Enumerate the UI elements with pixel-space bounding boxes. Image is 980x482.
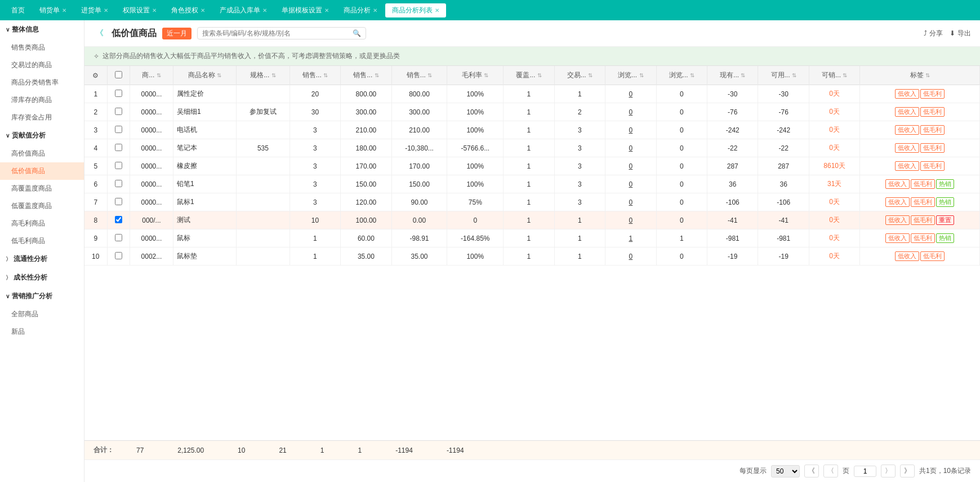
row-checkbox[interactable] [115, 252, 122, 259]
sidebar-item-high-coverage[interactable]: 高覆盖度商品 [0, 180, 84, 197]
cell-browse1[interactable]: 0 [605, 211, 656, 229]
search-icon[interactable]: 🔍 [353, 29, 361, 37]
time-filter-btn[interactable]: 近一月 [162, 28, 191, 39]
col-gross-margin[interactable]: 毛利率 ⇅ [447, 66, 504, 85]
col-sale-qty[interactable]: 销售... ⇅ [289, 66, 340, 85]
cell-checkbox[interactable] [107, 157, 130, 175]
sidebar-item-slow-inventory[interactable]: 滞库存的商品 [0, 91, 84, 109]
cell-checkbox[interactable] [107, 211, 130, 229]
cell-browse1[interactable]: 0 [605, 193, 656, 211]
cell-browse1[interactable]: 0 [605, 247, 656, 266]
cell-coverage: 1 [504, 247, 554, 266]
close-icon[interactable]: ✕ [152, 7, 157, 14]
nav-permission[interactable]: 权限设置 ✕ [116, 3, 163, 17]
col-trade[interactable]: 交易... ⇅ [554, 66, 605, 85]
sidebar-item-low-value[interactable]: 低价值商品 [0, 162, 84, 180]
sidebar-item-low-margin[interactable]: 低毛利商品 [0, 232, 84, 250]
close-icon[interactable]: ✕ [104, 7, 108, 14]
search-input[interactable] [202, 29, 349, 37]
cell-browse1[interactable]: 0 [605, 139, 656, 157]
col-sale-price[interactable]: 销售... ⇅ [341, 66, 391, 85]
nav-product-analysis-list[interactable]: 商品分析列表 ✕ [385, 3, 446, 17]
sidebar-item-low-coverage[interactable]: 低覆盖度商品 [0, 197, 84, 215]
col-sellable[interactable]: 可销... ⇅ [809, 66, 859, 85]
sidebar-collapse-btn[interactable]: 《 [93, 26, 106, 41]
cell-browse1[interactable]: 0 [605, 85, 656, 103]
row-checkbox[interactable] [115, 216, 122, 223]
select-all-checkbox[interactable] [115, 71, 122, 78]
col-browse2[interactable]: 浏览... ⇅ [656, 66, 707, 85]
nav-purchase-order[interactable]: 进货单 ✕ [74, 3, 115, 17]
cell-browse1[interactable]: 0 [605, 121, 656, 139]
col-coverage[interactable]: 覆盖... ⇅ [504, 66, 554, 85]
nav-template[interactable]: 单据模板设置 ✕ [275, 3, 336, 17]
cell-checkbox[interactable] [107, 85, 130, 103]
cell-browse1[interactable]: 0 [605, 157, 656, 175]
sidebar-group-contribution[interactable]: ∨ 贡献值分析 [0, 126, 84, 145]
export-btn[interactable]: ⬇ 导出 [950, 29, 971, 38]
cell-spec [237, 229, 290, 247]
cell-checkbox[interactable] [107, 247, 130, 266]
close-icon[interactable]: ✕ [435, 7, 439, 14]
cell-browse1[interactable]: 0 [605, 175, 656, 193]
close-icon[interactable]: ✕ [373, 7, 377, 14]
sidebar-group-circulation[interactable]: 〉 流通性分析 [0, 250, 84, 268]
nav-sales-order[interactable]: 销货单 ✕ [33, 3, 73, 17]
sidebar-item-high-value[interactable]: 高价值商品 [0, 145, 84, 162]
sidebar-group-overall[interactable]: ∨ 整体信息 [0, 20, 84, 39]
cell-checkbox[interactable] [107, 175, 130, 193]
nav-product-warehouse[interactable]: 产成品入库单 ✕ [213, 3, 274, 17]
col-checkbox[interactable] [107, 66, 130, 85]
col-code[interactable]: 商... ⇅ [130, 66, 173, 85]
cell-checkbox[interactable] [107, 103, 130, 121]
first-page-btn[interactable]: 《 [804, 465, 819, 477]
sidebar-item-all-products[interactable]: 全部商品 [0, 306, 84, 323]
table-container[interactable]: ⚙ 商... ⇅ 商品名称 ⇅ 规格... ⇅ 销售... ⇅ 销售... ⇅ … [84, 66, 980, 440]
col-name[interactable]: 商品名称 ⇅ [173, 66, 236, 85]
sidebar-item-sales-product[interactable]: 销售类商品 [0, 39, 84, 56]
page-size-select[interactable]: 50 100 200 [771, 465, 800, 477]
col-browse1[interactable]: 浏览... ⇅ [605, 66, 656, 85]
product-tag: 低毛利 [920, 161, 945, 171]
row-checkbox[interactable] [115, 108, 122, 115]
nav-home[interactable]: 首页 [5, 3, 32, 17]
col-current[interactable]: 现有... ⇅ [707, 66, 758, 85]
cell-browse1[interactable]: 0 [605, 103, 656, 121]
cell-checkbox[interactable] [107, 139, 130, 157]
close-icon[interactable]: ✕ [324, 7, 329, 14]
close-icon[interactable]: ✕ [62, 7, 66, 14]
product-tag: 低收入 [885, 179, 910, 189]
sidebar-group-growth[interactable]: 〉 成长性分析 [0, 268, 84, 287]
col-tags[interactable]: 标签 ⇅ [860, 66, 980, 85]
close-icon[interactable]: ✕ [201, 7, 205, 14]
sidebar-group-marketing[interactable]: ∨ 营销推广分析 [0, 287, 84, 306]
col-spec[interactable]: 规格... ⇅ [237, 66, 290, 85]
col-sale-amount[interactable]: 销售... ⇅ [391, 66, 447, 85]
cell-checkbox[interactable] [107, 193, 130, 211]
sidebar-item-inventory-capital[interactable]: 库存资金占用 [0, 109, 84, 126]
row-checkbox[interactable] [115, 234, 122, 241]
row-checkbox[interactable] [115, 144, 122, 151]
last-page-btn[interactable]: 》 [900, 465, 915, 477]
row-checkbox[interactable] [115, 180, 122, 187]
col-settings[interactable]: ⚙ [84, 66, 107, 85]
sidebar-item-traded-product[interactable]: 交易过的商品 [0, 56, 84, 74]
sidebar-item-category-rate[interactable]: 商品分类销售率 [0, 74, 84, 91]
sidebar-item-high-margin[interactable]: 高毛利商品 [0, 215, 84, 232]
page-input[interactable] [854, 466, 876, 477]
row-checkbox[interactable] [115, 126, 122, 133]
next-page-btn[interactable]: 〉 [881, 465, 896, 477]
sidebar-item-new-products[interactable]: 新品 [0, 323, 84, 341]
row-checkbox[interactable] [115, 198, 122, 205]
row-checkbox[interactable] [115, 90, 122, 97]
col-available[interactable]: 可用... ⇅ [758, 66, 809, 85]
nav-role[interactable]: 角色授权 ✕ [164, 3, 212, 17]
close-icon[interactable]: ✕ [262, 7, 267, 14]
cell-browse1[interactable]: 1 [605, 229, 656, 247]
row-checkbox[interactable] [115, 162, 122, 169]
prev-page-btn[interactable]: 〈 [823, 465, 838, 477]
nav-product-analysis[interactable]: 商品分析 ✕ [337, 3, 384, 17]
cell-checkbox[interactable] [107, 229, 130, 247]
cell-checkbox[interactable] [107, 121, 130, 139]
share-btn[interactable]: ⤴ 分享 [924, 29, 943, 38]
